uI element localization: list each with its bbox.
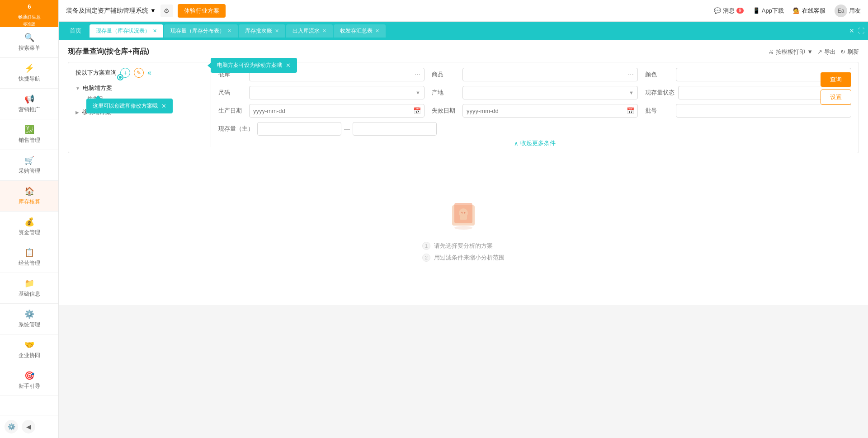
- user-action[interactable]: Ea 用友: [835, 5, 861, 17]
- sidebar-item-enterprise[interactable]: 🤝 企业协同: [0, 334, 58, 365]
- filter-label: 按以下方案查询: [75, 69, 117, 77]
- batch-label: 批号: [645, 107, 672, 115]
- filter-field-origin: 产地 ▼: [432, 86, 638, 99]
- messages-action[interactable]: 💬 消息 9: [714, 7, 744, 15]
- sidebar-item-basic[interactable]: 📁 基础信息: [0, 273, 58, 304]
- tab-bar: 首页 现存量（库存状况表） ✕ 现存量（库存分布表） ✕ 库存批次账 ✕ 出入库…: [59, 22, 868, 40]
- basic-icon: 📁: [24, 278, 34, 288]
- tab-close-batch[interactable]: ✕: [275, 28, 279, 33]
- trial-button[interactable]: 体验行业方案: [178, 4, 226, 18]
- goods-dots[interactable]: ···: [628, 71, 634, 79]
- app-download-action[interactable]: 📱 App下载: [753, 7, 784, 15]
- origin-select[interactable]: ▼: [462, 86, 638, 99]
- arrow-left-btn[interactable]: «: [147, 69, 151, 77]
- sidebar-item-guide[interactable]: 🎯 新手引导: [0, 365, 58, 396]
- produce-date-label: 生产日期: [218, 107, 245, 115]
- edit-scheme-btn[interactable]: ✎: [134, 68, 144, 78]
- produce-date-input[interactable]: [249, 104, 425, 118]
- pc-group-title: 电脑端方案: [83, 84, 112, 92]
- tooltip2-close-btn[interactable]: ✕: [161, 103, 166, 109]
- header-settings-btn[interactable]: ⚙: [160, 5, 173, 17]
- color-label: 颜色: [645, 71, 672, 79]
- sidebar-menu: 🔍 搜索菜单 ⚡ 快捷导航 📢 营销推广 💹 销售管理 🛒 采购管理 🏠 库存核…: [0, 27, 58, 415]
- phone-icon: 📱: [753, 7, 760, 14]
- collapse-sidebar-btn[interactable]: ◀: [22, 420, 35, 433]
- origin-label: 产地: [432, 89, 459, 97]
- sidebar-item-sales[interactable]: 💹 销售管理: [0, 119, 58, 150]
- warehouse-dots[interactable]: ···: [415, 71, 420, 79]
- purchase-icon: 🛒: [24, 155, 34, 165]
- service-icon: 💁: [793, 7, 800, 14]
- system-title-dropdown[interactable]: 装备及固定资产辅助管理系统 ▼: [66, 7, 156, 15]
- logo-sub: 标准版: [23, 21, 35, 27]
- sidebar-item-system[interactable]: ⚙️ 系统管理: [0, 304, 58, 334]
- message-badge: 9: [736, 8, 744, 14]
- filter-field-produce-date: 生产日期 📅: [218, 104, 425, 118]
- batch-input[interactable]: [676, 104, 851, 118]
- refresh-btn[interactable]: ↻ 刷新: [840, 48, 859, 56]
- online-service-action[interactable]: 💁 在线客服: [793, 7, 826, 15]
- filter-field-stock-qty: 现存量（主） —: [218, 122, 437, 136]
- origin-arrow-icon: ▼: [629, 90, 634, 95]
- sidebar-item-marketing[interactable]: 📢 营销推广: [0, 89, 58, 119]
- tab-close-distribution[interactable]: ✕: [227, 28, 231, 33]
- sidebar-item-operation[interactable]: 📋 经营管理: [0, 242, 58, 273]
- tab-batch-account[interactable]: 库存批次账 ✕: [239, 24, 285, 38]
- empty-tips: 1 请先选择要分析的方案 2 用过滤条件来缩小分析范围: [422, 242, 505, 262]
- range-separator: —: [344, 126, 350, 132]
- sidebar-bottom: ⚙️ ◀: [0, 415, 58, 438]
- nav-icon: ⚡: [24, 63, 34, 73]
- tip-1-number: 1: [422, 242, 430, 250]
- tab-bar-controls: ✕ ⛶: [849, 27, 864, 34]
- stock-qty-max-input[interactable]: [353, 122, 437, 136]
- page-actions: 🖨 按模板打印 ▼ ↗ 导出 ↻ 刷新: [768, 48, 859, 56]
- sidebar-item-search[interactable]: 🔍 搜索菜单: [0, 27, 58, 58]
- sidebar-item-purchase[interactable]: 🛒 采购管理: [0, 150, 58, 181]
- tooltip1-close-btn[interactable]: ✕: [286, 62, 291, 69]
- tab-flow[interactable]: 出入库流水 ✕: [286, 24, 333, 38]
- collapse-row: ∧ 收起更多条件: [218, 136, 851, 147]
- size-label: 尺码: [218, 89, 245, 97]
- stock-qty-min-input[interactable]: [257, 122, 341, 136]
- page-content: 现存量查询(按仓库+商品) 🖨 按模板打印 ▼ ↗ 导出 ↻ 刷新: [59, 40, 868, 305]
- header-left: 装备及固定资产辅助管理系统 ▼ ⚙ 体验行业方案: [66, 4, 226, 18]
- operation-icon: 📋: [24, 248, 34, 258]
- sidebar-item-navigation[interactable]: ⚡ 快捷导航: [0, 58, 58, 89]
- expire-date-label: 失效日期: [432, 107, 459, 115]
- inventory-icon: 🏠: [24, 186, 34, 196]
- expire-date-input[interactable]: [462, 104, 638, 118]
- sidebar-item-finance[interactable]: 💰 资金管理: [0, 212, 58, 242]
- expire-date-input-wrap: 📅: [462, 104, 638, 118]
- reset-button[interactable]: 设置: [821, 89, 851, 105]
- goods-select[interactable]: ···: [462, 68, 638, 81]
- tab-close-inventory-status[interactable]: ✕: [153, 28, 157, 33]
- tab-inventory-status[interactable]: 现存量（库存状况表） ✕: [90, 24, 163, 38]
- print-arrow-icon: ▼: [807, 48, 813, 55]
- scheme-group-pc-header[interactable]: ▼ 电脑端方案: [75, 82, 205, 94]
- scheme-tooltip-1: 电脑方案可设为移动方案哦 ✕: [211, 58, 297, 73]
- export-btn[interactable]: ↗ 导出: [817, 48, 836, 56]
- scheme-tooltip-2: 这里可以创建和修改方案哦 ✕: [86, 99, 173, 113]
- expire-date-calendar-icon[interactable]: 📅: [627, 107, 634, 114]
- tab-fullscreen-btn[interactable]: ⛶: [858, 27, 864, 34]
- tab-close-all-btn[interactable]: ✕: [849, 27, 854, 34]
- page-body: 现存量查询(按仓库+商品) 🖨 按模板打印 ▼ ↗ 导出 ↻ 刷新: [59, 40, 868, 438]
- tab-close-summary[interactable]: ✕: [375, 28, 379, 33]
- tab-close-flow[interactable]: ✕: [322, 28, 326, 33]
- export-icon: ↗: [817, 48, 822, 55]
- produce-date-calendar-icon[interactable]: 📅: [413, 107, 421, 114]
- settings-bottom-btn[interactable]: ⚙️: [5, 420, 18, 433]
- top-header: 装备及固定资产辅助管理系统 ▼ ⚙ 体验行业方案 💬 消息 9 📱 App下载 …: [59, 0, 868, 22]
- search-button[interactable]: 查询: [821, 72, 851, 87]
- size-select[interactable]: ▼: [249, 86, 425, 99]
- tab-home[interactable]: 首页: [62, 24, 89, 38]
- sidebar-item-inventory[interactable]: 🏠 库存核算: [0, 181, 58, 212]
- tab-inventory-distribution[interactable]: 现存量（库存分布表） ✕: [164, 24, 238, 38]
- collapse-filter-btn[interactable]: ∧ 收起更多条件: [514, 139, 556, 147]
- edit-icon: ✎: [137, 70, 141, 76]
- filter-row-4: 现存量（主） —: [218, 122, 851, 136]
- size-arrow-icon: ▼: [415, 90, 420, 95]
- print-btn[interactable]: 🖨 按模板打印 ▼: [768, 48, 813, 56]
- tab-summary[interactable]: 收发存汇总表 ✕: [334, 24, 386, 38]
- empty-tip-2: 2 用过滤条件来缩小分析范围: [422, 254, 505, 262]
